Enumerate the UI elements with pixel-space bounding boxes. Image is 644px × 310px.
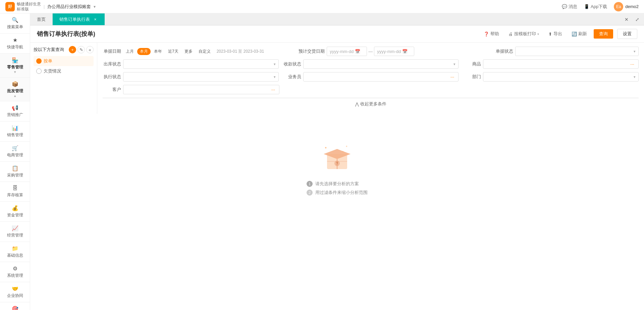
- sidebar-item-system[interactable]: ⚙ 系统管理: [0, 262, 30, 282]
- date-tab-this-month[interactable]: 本月: [137, 48, 151, 55]
- customer-select[interactable]: ···: [123, 85, 279, 94]
- page-header: 销售订单执行表(按单) ❓ 帮助 🖨 按模板打印 ▾ ⬆: [30, 25, 644, 43]
- payment-status-dropdown-icon: ▾: [453, 62, 455, 66]
- add-scheme-btn[interactable]: +: [69, 46, 76, 53]
- filter-group-payment-status: 收款状态 ▾: [283, 59, 459, 69]
- sidebar-item-finance[interactable]: 💰 资金管理: [0, 202, 30, 222]
- date-tab-7days[interactable]: 近7天: [165, 48, 181, 55]
- step-num-2: 2: [307, 190, 313, 196]
- sidebar-item-sales[interactable]: 📊 销售管理: [0, 121, 30, 142]
- tab-maximize-btn[interactable]: ⤢: [633, 15, 641, 23]
- finance-icon: 💰: [12, 205, 18, 211]
- newbie-icon: 🎯: [12, 306, 18, 310]
- sidebar-item-ecommerce[interactable]: 🛒 电商管理: [0, 142, 30, 162]
- payment-status-select[interactable]: ▾: [303, 59, 459, 69]
- status-label: 单据状态: [495, 48, 513, 54]
- collapse-left-btn[interactable]: «: [86, 46, 94, 53]
- expected-date-range: yyyy-mm-dd 📅 — yyyy-mm-dd 📅: [327, 47, 414, 56]
- template-print-button[interactable]: 🖨 按模板打印 ▾: [506, 30, 542, 38]
- page-inner: 销售订单执行表(按单) ❓ 帮助 🖨 按模板打印 ▾ ⬆: [30, 25, 644, 310]
- user-avatar: Ea: [614, 2, 623, 11]
- expected-date-end[interactable]: yyyy-mm-dd 📅: [374, 47, 414, 56]
- sidebar-item-search[interactable]: 🔍 搜索菜单: [0, 13, 30, 34]
- header-left: 好 畅捷通好生意 标准版 | 办公用品行业模拟账套 ▾: [5, 2, 96, 11]
- date-tab-last-month[interactable]: 上月: [123, 48, 137, 55]
- query-button[interactable]: 查询: [594, 29, 613, 39]
- goods-label: 商品: [463, 61, 481, 67]
- sidebar-item-quick-nav[interactable]: ★ 快捷导航: [0, 34, 30, 54]
- sidebar-item-collab[interactable]: 🤝 企业协同: [0, 282, 30, 302]
- dept-select[interactable]: ▾: [483, 72, 639, 82]
- help-button[interactable]: ❓ 帮助: [481, 30, 502, 38]
- main-layout: 🔍 搜索菜单 ★ 快捷导航 🏪 零售管理 ▾ 📦 批发管理 ▴ 📢 营销推广 📊…: [0, 13, 644, 310]
- filter-group-date: 单据日期 上月 本月 本年 近7天 更多 自定义 2023-03-01 至 20…: [103, 48, 294, 55]
- retail-icon: 🏪: [12, 57, 18, 63]
- filter-row-3: 执行状态 ▾ 业务员 ···: [103, 72, 639, 82]
- filter-group-customer: 客户 ···: [103, 85, 279, 94]
- sidebar-item-wholesale[interactable]: 📦 批发管理 ▴: [0, 78, 30, 101]
- export-button[interactable]: ⬆ 导出: [546, 30, 565, 38]
- date-label: 单据日期: [103, 48, 121, 54]
- expected-date-start[interactable]: yyyy-mm-dd 📅: [327, 47, 367, 56]
- app-download-action[interactable]: 📱 App下载: [584, 4, 607, 10]
- filter-nav-dot-order: [36, 58, 42, 64]
- sidebar: 🔍 搜索菜单 ★ 快捷导航 🏪 零售管理 ▾ 📦 批发管理 ▴ 📢 营销推广 📊…: [0, 13, 30, 310]
- sidebar-item-basic-info[interactable]: 📁 基础信息: [0, 242, 30, 262]
- settings-button[interactable]: 设置: [617, 29, 637, 39]
- header-right: 💬 消息 📱 App下载 Ea demo2: [562, 2, 639, 11]
- filter-group-expected-date: 预计交货日期 yyyy-mm-dd 📅 — yyyy-mm-dd: [299, 47, 490, 56]
- message-action[interactable]: 💬 消息: [562, 4, 577, 10]
- status-select[interactable]: ▾: [515, 47, 639, 56]
- exec-status-dropdown-icon: ▾: [274, 75, 276, 79]
- page-actions: ❓ 帮助 🖨 按模板打印 ▾ ⬆ 导出 🔄: [481, 29, 637, 39]
- goods-select[interactable]: ···: [483, 59, 639, 69]
- collapse-button[interactable]: ⋀ 收起更多条件: [103, 98, 639, 110]
- dept-label: 部门: [463, 74, 481, 80]
- sidebar-item-newbie[interactable]: 🎯 新手引导: [0, 302, 30, 310]
- filter-left-actions: + ✎ «: [69, 46, 94, 53]
- filter-row-1: 单据日期 上月 本月 本年 近7天 更多 自定义 2023-03-01 至 20…: [103, 47, 639, 56]
- svg-text:?: ?: [336, 162, 338, 165]
- tab-close-icon[interactable]: ×: [93, 17, 98, 22]
- sidebar-item-purchase[interactable]: 📋 采购管理: [0, 162, 30, 182]
- collapse-up-icon: ⋀: [355, 102, 359, 107]
- out-status-select[interactable]: ▾: [123, 59, 279, 69]
- out-status-label: 出库状态: [103, 61, 121, 67]
- search-icon: 🔍: [12, 17, 18, 23]
- calendar-start-icon: 📅: [355, 49, 360, 54]
- empty-illustration: ✦ ✦ ✦ ?: [320, 141, 354, 174]
- logo-area: 好 畅捷通好生意 标准版: [5, 2, 41, 11]
- date-tab-more[interactable]: 更多: [182, 48, 195, 55]
- sidebar-item-marketing[interactable]: 📢 营销推广: [0, 101, 30, 121]
- refresh-button[interactable]: 🔄 刷新: [569, 30, 590, 38]
- edit-scheme-btn[interactable]: ✎: [77, 46, 85, 53]
- date-tab-custom[interactable]: 自定义: [196, 48, 213, 55]
- dept-dropdown-icon: ▾: [634, 75, 636, 79]
- salesperson-select[interactable]: ···: [303, 72, 459, 82]
- inventory-icon: 🗄: [12, 185, 18, 191]
- tab-active[interactable]: 销售订单执行表 ×: [53, 13, 105, 25]
- retail-expand-icon: ▾: [14, 70, 16, 74]
- tab-close-window-btn[interactable]: ✕: [623, 15, 631, 23]
- breadcrumb-dropdown-icon[interactable]: ▾: [94, 4, 96, 9]
- exec-status-select[interactable]: ▾: [123, 72, 279, 82]
- filter-nav-item-shortage[interactable]: 欠货情况: [34, 66, 94, 76]
- sidebar-item-inventory[interactable]: 🗄 库存核算: [0, 182, 30, 202]
- basic-info-icon: 📁: [12, 245, 18, 252]
- filter-group-out-status: 出库状态 ▾: [103, 59, 279, 69]
- top-header: 好 畅捷通好生意 标准版 | 办公用品行业模拟账套 ▾ 💬 消息 📱 App下载…: [0, 0, 644, 13]
- filter-row-4: 客户 ···: [103, 85, 639, 94]
- salesperson-more-icon[interactable]: ···: [449, 74, 456, 80]
- customer-more-icon[interactable]: ···: [270, 87, 277, 92]
- sidebar-item-operations[interactable]: 📈 经营管理: [0, 222, 30, 242]
- user-area[interactable]: Ea demo2: [614, 2, 639, 11]
- filter-nav-item-order[interactable]: 按单: [34, 56, 94, 66]
- breadcrumb-separator: |: [44, 4, 45, 9]
- svg-text:✦: ✦: [342, 151, 344, 153]
- tab-home[interactable]: 首页: [30, 13, 53, 25]
- empty-step-1: 1 请先选择要分析的方案: [307, 181, 368, 187]
- filter-group-status: 单据状态 ▾: [495, 47, 639, 56]
- sidebar-item-retail[interactable]: 🏪 零售管理 ▾: [0, 54, 30, 78]
- goods-more-icon[interactable]: ···: [629, 61, 636, 67]
- date-tab-this-year[interactable]: 本年: [151, 48, 165, 55]
